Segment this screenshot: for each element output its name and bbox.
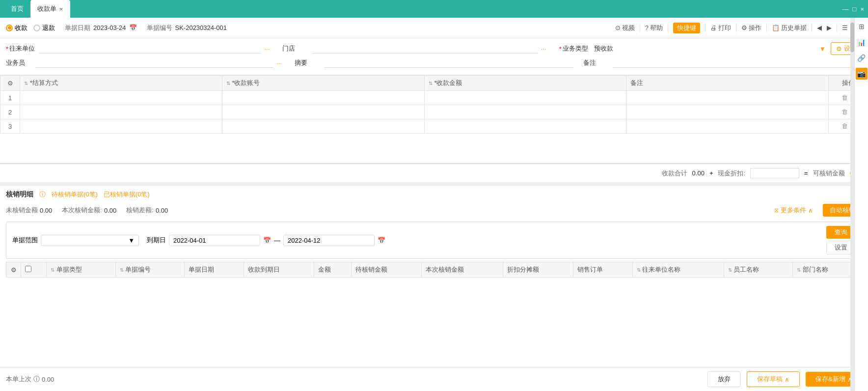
counterpart-more-btn[interactable]: ··· xyxy=(261,45,272,53)
th-discount: 折扣分摊额 xyxy=(503,262,573,278)
row-account-1[interactable] xyxy=(222,91,424,105)
radio-receipt[interactable]: 收款 xyxy=(6,24,27,32)
row-account-3[interactable] xyxy=(222,119,424,134)
sidebar-link-icon[interactable]: 🔗 xyxy=(856,52,868,64)
tab-active[interactable]: 收款单 × xyxy=(30,0,70,18)
row-remark-3[interactable] xyxy=(626,119,829,134)
plus-sign: + xyxy=(709,169,713,177)
verif-header: 核销明细 ⓘ 待核销单据(0笔) 已核销单据(0笔) xyxy=(6,190,862,199)
th-counterpart-name: ⇅ 往来单位名称 xyxy=(633,262,724,278)
calendar-icon[interactable]: 📅 xyxy=(129,24,137,31)
sidebar-table-icon[interactable]: ⊞ xyxy=(856,21,868,32)
amount-input-2[interactable] xyxy=(429,109,623,116)
required-star-counterpart: * xyxy=(6,45,8,53)
pending-tab[interactable]: 待核销单据(0笔) xyxy=(52,190,98,199)
business-type-value: 预收款 xyxy=(594,44,613,53)
tab-close-icon[interactable]: × xyxy=(59,5,63,13)
row-account-2[interactable] xyxy=(222,105,424,119)
shop-input[interactable] xyxy=(312,44,538,54)
remark-input[interactable] xyxy=(613,58,862,68)
sidebar-camera-icon[interactable]: 📷 xyxy=(856,68,868,80)
date-to-input[interactable] xyxy=(283,235,375,246)
row-remark-2[interactable] xyxy=(626,105,829,119)
amount-input-1[interactable] xyxy=(429,94,623,102)
staff-more-btn[interactable]: ··· xyxy=(273,59,285,67)
amount-input-3[interactable] xyxy=(429,123,623,130)
minimize-icon[interactable]: — xyxy=(842,5,849,13)
row-remark-1[interactable] xyxy=(626,91,829,105)
filter-more-btn[interactable]: ⧖ 更多条件 ∧ xyxy=(774,206,813,215)
account-input-1[interactable] xyxy=(226,94,420,102)
done-tab[interactable]: 已核销单据(0笔) xyxy=(104,190,150,199)
date-range-field: 到期日 📅 — 📅 xyxy=(147,235,385,246)
video-btn[interactable]: ⊙ 视频 xyxy=(615,24,635,32)
delete-icon-3[interactable]: 🗑 xyxy=(841,122,848,130)
remark-input-1[interactable] xyxy=(630,94,824,102)
info-icon-bottom[interactable]: ⓘ xyxy=(33,375,40,384)
radio-refund[interactable]: 退款 xyxy=(33,24,55,32)
discount-input[interactable] xyxy=(750,168,799,178)
shop-more-btn[interactable]: ··· xyxy=(538,45,549,53)
settlement-input-3[interactable] xyxy=(24,123,218,130)
history-btn[interactable]: 📋 历史单据 xyxy=(772,24,807,32)
discount-label: 现金折扣: xyxy=(718,169,745,178)
delete-icon-1[interactable]: 🗑 xyxy=(841,94,848,102)
info-icon[interactable]: ⓘ xyxy=(39,190,46,199)
th-doc-num: ⇅ 单据编号 xyxy=(115,262,184,278)
settlement-input-1[interactable] xyxy=(24,94,218,102)
row-amount-3[interactable] xyxy=(424,119,626,134)
list-btn[interactable]: ☰ xyxy=(842,24,848,31)
row-settlement-2[interactable] xyxy=(20,105,222,119)
account-input-2[interactable] xyxy=(226,109,420,116)
divider-7 xyxy=(837,24,837,32)
toolbar-actions: ⊙ 视频 ? 帮助 快捷键 🖨 打印 ⚙ 操作 📋 历史单据 ◀ ▶ ☰ ⊞ xyxy=(615,23,862,33)
check-all-checkbox[interactable] xyxy=(25,266,31,272)
th-check-all[interactable] xyxy=(21,262,47,278)
staff-input[interactable] xyxy=(35,58,273,68)
bottom-value: 0.00 xyxy=(42,376,54,383)
remark-label: 备注 xyxy=(583,58,613,67)
scrollbar[interactable] xyxy=(850,18,854,391)
remark-input-2[interactable] xyxy=(630,109,824,116)
summary-input[interactable] xyxy=(324,58,573,68)
unchecked-stat: 未核销金额 0.00 xyxy=(6,206,52,215)
range-field: 单据范围 ▼ xyxy=(12,235,139,246)
row-settlement-3[interactable] xyxy=(20,119,222,134)
row-settlement-1[interactable] xyxy=(20,91,222,105)
shortcut-btn[interactable]: 快捷键 xyxy=(673,23,700,33)
scroll-thumb[interactable] xyxy=(850,23,854,52)
draft-label: 保存草稿 xyxy=(757,375,783,384)
abandon-button[interactable]: 放弃 xyxy=(707,371,741,387)
divider-6 xyxy=(812,24,812,32)
range-select[interactable]: ▼ xyxy=(41,235,139,246)
maximize-icon[interactable]: □ xyxy=(853,5,857,13)
prev-btn[interactable]: ◀ xyxy=(817,24,822,31)
total-value: 0.00 xyxy=(692,169,705,177)
remark-input-3[interactable] xyxy=(630,123,824,130)
verif-data-table-section: ⚙ ⇅ 单据类型 ⇅ 单据编号 单据日期 收款到期日 金额 待核销金额 本次核销… xyxy=(6,262,862,278)
tab-home[interactable]: 首页 xyxy=(4,0,30,18)
date-from-input[interactable] xyxy=(169,235,260,246)
next-btn[interactable]: ▶ xyxy=(827,24,832,31)
form-row-1: * 往来单位 ··· 门店 ··· * 业务类型 预收款 ▼ ⚙ 设置 xyxy=(6,42,862,55)
row-amount-2[interactable] xyxy=(424,105,626,119)
counterpart-input[interactable] xyxy=(39,44,261,54)
print-btn[interactable]: 🖨 打印 xyxy=(710,24,731,32)
save-draft-button[interactable]: 保存草稿 ∧ xyxy=(747,371,800,387)
calendar-to-icon[interactable]: 📅 xyxy=(378,237,385,244)
calendar-from-icon[interactable]: 📅 xyxy=(263,237,271,244)
sidebar-chart-icon[interactable]: 📊 xyxy=(856,36,868,48)
close-icon[interactable]: × xyxy=(860,5,864,13)
help-btn[interactable]: ? 帮助 xyxy=(645,24,663,32)
business-type-dropdown[interactable]: ▼ xyxy=(819,45,826,53)
delete-icon-2[interactable]: 🗑 xyxy=(841,108,848,116)
account-input-3[interactable] xyxy=(226,123,420,130)
settlement-input-2[interactable] xyxy=(24,109,218,116)
staff-label: 业务员 xyxy=(6,58,35,67)
gear-icon-verif[interactable]: ⚙ xyxy=(11,266,17,274)
counterpart-label: 往来单位 xyxy=(9,44,39,53)
row-amount-1[interactable] xyxy=(424,91,626,105)
th-gear[interactable]: ⚙ xyxy=(0,76,20,91)
operations-btn[interactable]: ⚙ 操作 xyxy=(741,24,761,32)
tab-bar: 首页 收款单 × — □ × xyxy=(0,0,868,18)
